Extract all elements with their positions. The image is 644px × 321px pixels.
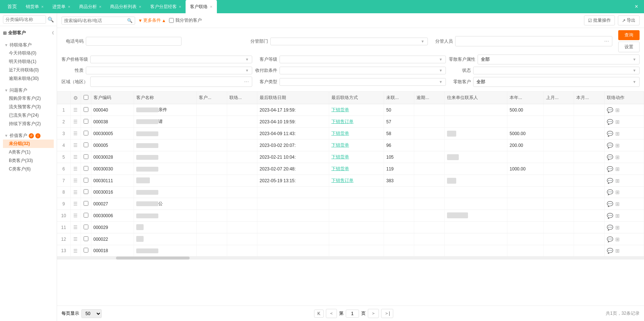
grid-action-icon[interactable]: ⊞ bbox=[615, 201, 620, 207]
row-icon1[interactable]: ☰ bbox=[73, 131, 78, 136]
grid-action-icon[interactable]: ⊞ bbox=[615, 154, 620, 160]
row-icon1[interactable]: ☰ bbox=[73, 236, 78, 242]
row-icon1[interactable]: ☰ bbox=[73, 225, 78, 230]
sidebar-problem-group[interactable]: ▼ 问题客户 bbox=[3, 86, 54, 94]
close-tab-product-list[interactable]: × bbox=[139, 4, 141, 9]
chat-icon[interactable]: 💬 bbox=[607, 248, 613, 254]
row-checkbox[interactable] bbox=[84, 225, 88, 229]
horizontal-scrollbar[interactable] bbox=[57, 257, 644, 260]
grid-action-icon[interactable]: ⊞ bbox=[615, 225, 620, 230]
last-page-btn[interactable]: ＞| bbox=[381, 309, 393, 318]
close-tab-purchase[interactable]: × bbox=[68, 4, 70, 9]
sidebar-item-c-class[interactable]: C类客户(6) bbox=[3, 165, 54, 173]
grid-action-icon[interactable]: ⊞ bbox=[615, 178, 620, 184]
chat-icon[interactable]: 💬 bbox=[607, 154, 613, 160]
chat-icon[interactable]: 💬 bbox=[607, 189, 613, 195]
sidebar-item-churn-warning[interactable]: 流失预警客户(3) bbox=[3, 103, 54, 111]
grid-action-icon[interactable]: ⊞ bbox=[615, 213, 620, 219]
sidebar-value-group[interactable]: ▼ 价值客户 ↺ ! bbox=[3, 131, 54, 140]
window-close-button[interactable]: × bbox=[632, 3, 641, 10]
nav-tab-sales[interactable]: 销货单 × bbox=[21, 0, 48, 13]
last-way-link[interactable]: 下销售订单 bbox=[331, 178, 353, 183]
row-icon1[interactable]: ☰ bbox=[73, 213, 78, 218]
row-checkbox[interactable] bbox=[84, 213, 88, 218]
close-tab-customer-tier[interactable]: × bbox=[179, 4, 181, 9]
first-page-btn[interactable]: K bbox=[314, 310, 324, 318]
my-customers-checkbox[interactable]: 我分管的客户 bbox=[169, 17, 202, 24]
sidebar-item-a-class[interactable]: A类客户(1) bbox=[3, 148, 54, 156]
level-select[interactable]: ▼ bbox=[279, 56, 446, 63]
pay-select[interactable]: ▼ bbox=[279, 67, 446, 74]
next-page-btn[interactable]: ＞ bbox=[368, 309, 379, 318]
grid-action-icon[interactable]: ⊞ bbox=[615, 248, 620, 254]
type-select[interactable]: ▼ bbox=[279, 78, 446, 86]
sidebar-item-tomorrow[interactable]: 明天待联络(1) bbox=[3, 57, 54, 66]
last-way-link[interactable]: 下销货单 bbox=[331, 142, 349, 148]
chat-icon[interactable]: 💬 bbox=[607, 166, 613, 172]
export-btn[interactable]: ↗ 导出 bbox=[618, 15, 640, 25]
grid-action-icon[interactable]: ⊞ bbox=[615, 119, 620, 125]
chat-icon[interactable]: 💬 bbox=[607, 178, 613, 184]
row-icon1[interactable]: ☰ bbox=[73, 201, 78, 207]
last-way-link[interactable]: 下销货单 bbox=[331, 107, 349, 112]
page-input[interactable] bbox=[346, 310, 359, 318]
row-checkbox[interactable] bbox=[84, 166, 88, 171]
row-checkbox[interactable] bbox=[84, 119, 88, 124]
sidebar-all-customers[interactable]: ⊞ 全部客户 《 bbox=[3, 28, 54, 38]
grid-action-icon[interactable]: ⊞ bbox=[615, 189, 620, 195]
row-checkbox[interactable] bbox=[84, 248, 88, 253]
query-button[interactable]: 查询 bbox=[618, 30, 640, 40]
sidebar-search-input[interactable] bbox=[3, 15, 46, 24]
more-conditions-btn[interactable]: ▼ 更多条件 ▲ bbox=[138, 17, 166, 24]
sidebar-item-churned[interactable]: 已流失客户(24) bbox=[3, 111, 54, 120]
last-way-link[interactable]: 下销货单 bbox=[331, 131, 349, 136]
price-level-select[interactable]: ▼ bbox=[90, 56, 252, 63]
person-select[interactable]: ··· bbox=[455, 36, 612, 46]
nav-home-tab[interactable]: 首页 bbox=[3, 3, 21, 10]
sidebar-item-b-class[interactable]: B类客户(33) bbox=[3, 156, 54, 165]
select-all-checkbox[interactable] bbox=[84, 95, 88, 100]
page-size-select[interactable]: 50 100 200 bbox=[81, 309, 102, 318]
row-checkbox[interactable] bbox=[84, 142, 88, 147]
row-checkbox[interactable] bbox=[84, 201, 88, 206]
close-tab-sales[interactable]: × bbox=[41, 4, 43, 9]
my-customers-check-input[interactable] bbox=[169, 18, 174, 23]
search-input[interactable] bbox=[64, 18, 127, 23]
row-icon1[interactable]: ☰ bbox=[73, 166, 78, 172]
sidebar-item-today[interactable]: 今天待联络(0) bbox=[3, 49, 54, 57]
row-icon1[interactable]: ☰ bbox=[73, 190, 78, 195]
batch-operation-btn[interactable]: ☑ 批量操作 bbox=[584, 15, 615, 25]
chat-icon[interactable]: 💬 bbox=[607, 201, 613, 207]
gear-icon[interactable]: ⚙ bbox=[73, 95, 78, 101]
nav-tab-customer-contact[interactable]: 客户联络 × bbox=[186, 0, 217, 13]
last-way-link[interactable]: 下销货单 bbox=[331, 166, 349, 171]
row-icon1[interactable]: ☰ bbox=[73, 178, 78, 183]
reset-button[interactable]: 设置 bbox=[618, 42, 640, 52]
col-checkbox-all[interactable] bbox=[81, 92, 91, 104]
close-tab-product-analysis[interactable]: × bbox=[99, 4, 101, 9]
chat-icon[interactable]: 💬 bbox=[607, 213, 613, 219]
status-select[interactable]: ▼ bbox=[473, 67, 640, 74]
nav-tab-customer-tier[interactable]: 客户分层经客 × bbox=[146, 0, 186, 13]
retail-select[interactable]: 全部 ▼ bbox=[473, 77, 640, 87]
sidebar-pending-group[interactable]: ▼ 待联络客户 bbox=[3, 40, 54, 49]
dept-select[interactable]: ▼ bbox=[270, 38, 427, 45]
chat-icon[interactable]: 💬 bbox=[607, 131, 613, 137]
search-icon[interactable]: 🔍 bbox=[127, 18, 133, 23]
last-way-link[interactable]: 下销货单 bbox=[331, 154, 349, 159]
grid-action-icon[interactable]: ⊞ bbox=[615, 107, 620, 113]
sidebar-item-abnormal[interactable]: 囤购异常客户(2) bbox=[3, 94, 54, 103]
chat-icon[interactable]: 💬 bbox=[607, 142, 613, 148]
chat-icon[interactable]: 💬 bbox=[607, 225, 613, 230]
row-checkbox[interactable] bbox=[84, 107, 88, 112]
close-tab-customer-contact[interactable]: × bbox=[210, 4, 212, 9]
sidebar-item-7days[interactable]: 近7天待联络(0) bbox=[3, 66, 54, 74]
sidebar-item-overdue[interactable]: 逾期未联络(30) bbox=[3, 74, 54, 83]
row-checkbox[interactable] bbox=[84, 154, 88, 159]
sidebar-search-icon[interactable]: 🔍 bbox=[47, 17, 54, 22]
refresh-icon[interactable]: ↺ bbox=[29, 133, 34, 138]
region-select[interactable]: ··· bbox=[90, 77, 252, 87]
attr-select[interactable]: 全部 ▼ bbox=[478, 54, 640, 64]
prev-page-btn[interactable]: ＜ bbox=[326, 309, 337, 318]
nav-tab-purchase[interactable]: 进货单 × bbox=[48, 0, 74, 13]
